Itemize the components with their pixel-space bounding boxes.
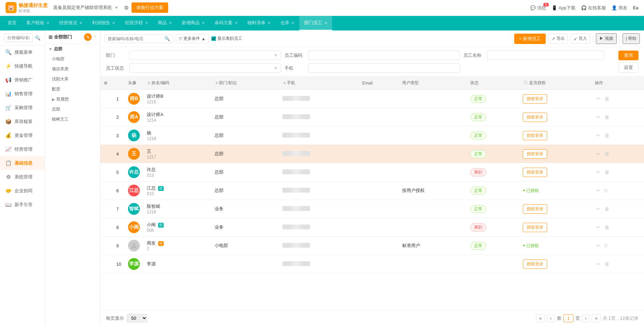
sidebar-item-business[interactable]: 📈 经营管理 xyxy=(0,142,45,156)
sidebar-item-search[interactable]: 🔍 搜索菜单 xyxy=(0,45,45,59)
gear-icon[interactable]: ⚙ xyxy=(124,5,129,11)
emp-code-input[interactable] xyxy=(308,51,460,60)
video-btn[interactable]: ▶ 视频 xyxy=(596,33,616,44)
th-phone[interactable]: ⇅ 手机 xyxy=(279,77,359,90)
th-dept[interactable]: ⇅ 部门/职位 xyxy=(211,77,279,90)
sidebar-item-shortcut[interactable]: ⚡ 快捷导航 xyxy=(0,59,45,73)
sidebar-item-sales[interactable]: 📊 销售管理 xyxy=(0,87,45,101)
search-menu-input[interactable] xyxy=(4,33,33,42)
auth-login-btn[interactable]: 授权登录 xyxy=(523,113,547,122)
tab-barcode[interactable]: 条码方案 ✕ xyxy=(210,16,243,30)
tab-employees[interactable]: 部门员工 ✕ xyxy=(299,16,332,30)
tab-home[interactable]: 首页 xyxy=(3,16,21,30)
edit-btn[interactable]: ✏ xyxy=(595,114,602,121)
close-icon[interactable]: ✕ xyxy=(291,21,294,25)
close-icon[interactable]: ✕ xyxy=(79,21,82,25)
edit-btn[interactable]: ✏ xyxy=(595,261,602,267)
query-btn[interactable]: 查询 xyxy=(618,51,638,60)
sidebar-item-purchase[interactable]: 🛒 采购管理 xyxy=(0,101,45,115)
phone-input[interactable] xyxy=(308,63,460,73)
first-page-btn[interactable]: « xyxy=(536,314,545,322)
tab-profit[interactable]: 利润报告 ✕ xyxy=(87,16,120,30)
search-input[interactable] xyxy=(108,36,163,41)
dept-tree-item-general[interactable]: ▼ 总部 xyxy=(45,44,100,54)
message-btn[interactable]: 💬 消息 6 xyxy=(530,5,546,11)
edit-btn[interactable]: ✏ xyxy=(595,95,602,102)
delete-btn[interactable]: 🗑 xyxy=(603,169,611,176)
sidebar-item-collab[interactable]: 🤝 企业协同 xyxy=(0,184,45,198)
tab-goods[interactable]: 商品 ✕ xyxy=(153,16,177,30)
next-page-btn[interactable]: › xyxy=(582,314,590,322)
sidebar-item-guide[interactable]: 📖 新手引导 xyxy=(0,198,45,212)
sidebar-item-finance[interactable]: 💰 资金管理 xyxy=(0,129,45,142)
auth-login-btn[interactable]: 授权登录 xyxy=(523,204,547,214)
close-icon[interactable]: ✕ xyxy=(235,21,238,25)
tab-customer[interactable]: 客户联络 ✕ xyxy=(21,16,54,30)
th-settings[interactable]: ⚙ xyxy=(100,77,113,90)
dept-tree-item-shenyang[interactable]: 沈阳大库 xyxy=(45,74,100,84)
help-btn[interactable]: | 帮助 xyxy=(623,33,640,44)
add-employee-btn[interactable]: + 新增员工 xyxy=(514,34,546,44)
th-name[interactable]: ⇅ 姓名/编码 xyxy=(143,77,211,90)
import-btn[interactable]: ↙ 导入 xyxy=(571,34,590,44)
archived-checkbox-input[interactable] xyxy=(211,36,216,41)
edit-btn[interactable]: ✏ xyxy=(595,132,602,139)
delete-btn[interactable]: 🗑 xyxy=(603,132,611,139)
delete-btn[interactable]: 🗑 xyxy=(603,114,611,121)
close-icon[interactable]: ✕ xyxy=(145,21,148,25)
sidebar-item-marketing[interactable]: 📢 营销推广 xyxy=(0,73,45,87)
close-icon[interactable]: ✕ xyxy=(267,21,271,25)
edit-btn[interactable]: ✏ xyxy=(595,224,602,231)
delete-btn[interactable]: 🗑 xyxy=(603,150,611,157)
dept-filter-select[interactable]: ▼ xyxy=(129,51,281,60)
more-filter-btn[interactable]: ▽ 更多条件 ▲ xyxy=(176,34,209,43)
close-icon[interactable]: ✕ xyxy=(324,21,327,25)
dept-tree-item-zhishu[interactable]: 植树王三 xyxy=(45,114,100,124)
dept-edit-btn[interactable]: ✎ xyxy=(84,33,92,41)
delete-btn[interactable]: 🗑 xyxy=(603,205,611,212)
auth-login-btn[interactable]: 授权登录 xyxy=(523,131,547,140)
tab-warehouse[interactable]: 仓库 ✕ xyxy=(275,16,299,30)
dept-collapse-btn[interactable]: « xyxy=(94,33,97,41)
emp-name-input[interactable] xyxy=(487,51,604,60)
dept-tree-item-distribution[interactable]: 配货 xyxy=(45,84,100,94)
delete-btn[interactable]: 🗑 xyxy=(603,95,611,102)
tab-operation[interactable]: 经营情况 ✕ xyxy=(54,16,87,30)
tab-history[interactable]: 经营历程 ✕ xyxy=(120,16,153,30)
tab-bom[interactable]: 物料清单 ✕ xyxy=(243,16,275,30)
dept-tree-item-hq[interactable]: 总部 xyxy=(45,104,100,114)
setting-btn[interactable]: 设置 xyxy=(618,62,638,73)
close-icon[interactable]: ✕ xyxy=(46,21,49,25)
auth-login-btn[interactable]: 授权登录 xyxy=(523,168,547,177)
export-btn[interactable]: ↗ 导出 xyxy=(548,34,568,44)
sidebar-item-inventory[interactable]: 📦 库存核算 xyxy=(0,115,45,129)
dept-tree-item-electronics[interactable]: 小电部 xyxy=(45,54,100,64)
show-archived-checkbox[interactable]: 显示离职员工 xyxy=(211,36,242,42)
delete-btn[interactable]: 🗑 xyxy=(603,224,611,231)
edit-btn[interactable]: ✏ xyxy=(595,169,602,176)
user-avatar-btn[interactable]: 👤 用友 xyxy=(611,5,627,11)
tab-add-goods[interactable]: 新增商品 ✕ xyxy=(177,16,210,30)
page-size-select[interactable]: 50 100 xyxy=(127,314,147,323)
edit-btn[interactable]: ✏ xyxy=(595,187,602,194)
close-icon[interactable]: ✕ xyxy=(202,21,205,25)
edit-btn[interactable]: ✏ xyxy=(595,205,602,212)
close-icon[interactable]: ✕ xyxy=(169,21,172,25)
auth-login-btn[interactable]: 授权登录 xyxy=(523,259,547,269)
close-icon[interactable]: ✕ xyxy=(112,21,115,25)
emp-status-select[interactable]: ▼ xyxy=(129,63,281,73)
copy-btn[interactable]: ⎘ xyxy=(603,187,609,194)
auth-login-btn[interactable]: 授权登录 xyxy=(523,94,547,104)
dept-tree-item-project[interactable]: 项目库房 xyxy=(45,64,100,74)
prev-page-btn[interactable]: ‹ xyxy=(547,314,555,322)
delete-btn[interactable]: 🗑 xyxy=(603,261,611,267)
sidebar-item-base-info[interactable]: 📋 基础信息 xyxy=(0,156,45,170)
online-service-btn[interactable]: 🎧 在线客服 xyxy=(581,5,606,11)
auth-login-btn[interactable]: 授权登录 xyxy=(523,149,547,159)
try-btn[interactable]: 体验行业方案 xyxy=(131,2,168,13)
dept-tree-item-shuanglu[interactable]: ▶ 双鹿想 xyxy=(45,94,100,104)
system-name-dropdown[interactable]: ▼ xyxy=(115,6,118,10)
auth-login-btn[interactable]: 授权登录 xyxy=(523,223,547,232)
last-page-btn[interactable]: » xyxy=(592,314,600,322)
edit-btn[interactable]: ✏ xyxy=(595,150,602,157)
